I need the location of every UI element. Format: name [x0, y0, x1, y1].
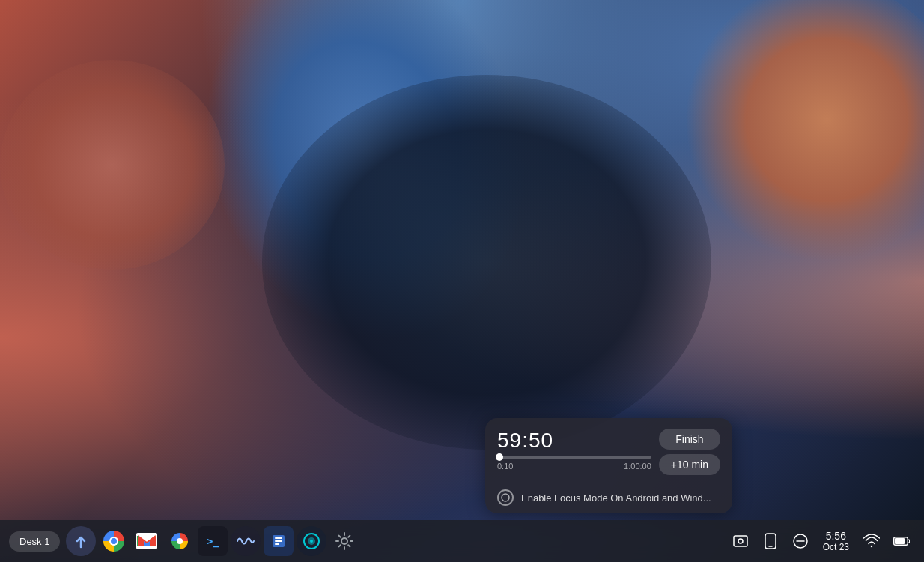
- screen-capture-button[interactable]: [727, 528, 754, 555]
- timer-progress-area: 0:10 1:00:00: [497, 456, 651, 471]
- battery-icon: [893, 536, 910, 546]
- taskbar-gmail-icon[interactable]: [132, 526, 162, 556]
- taskbar-analytics-icon[interactable]: [231, 526, 261, 556]
- svg-rect-4: [275, 537, 282, 539]
- timer-display: 59:50: [497, 429, 651, 453]
- timer-finish-button[interactable]: Finish: [659, 429, 720, 450]
- taskbar: Desk 1: [0, 520, 924, 562]
- settings-gear-icon: [335, 531, 354, 551]
- focus-mode-icon: [497, 489, 514, 506]
- focus-mode-text: Enable Focus Mode On Android and Wind...: [521, 492, 711, 504]
- taskbar-chrome-icon[interactable]: [99, 526, 129, 556]
- system-tray: 5:56 Oct 23: [727, 527, 915, 555]
- launcher-arrow-icon: [73, 533, 89, 549]
- do-not-disturb-icon: [792, 533, 809, 549]
- taskbar-files-icon[interactable]: [264, 526, 294, 556]
- chrome-logo: [103, 531, 124, 552]
- clock-time: 5:56: [826, 530, 846, 542]
- svg-rect-5: [275, 540, 282, 542]
- taskbar-settings-icon[interactable]: [329, 526, 359, 556]
- wallpaper: [0, 0, 924, 562]
- wallpaper-blob-orange: [684, 0, 924, 262]
- svg-point-0: [502, 494, 509, 501]
- svg-point-2: [177, 538, 183, 544]
- wifi-button[interactable]: [858, 528, 885, 555]
- taskbar-launcher-icon[interactable]: [66, 526, 96, 556]
- timer-labels: 0:10 1:00:00: [497, 462, 651, 471]
- timer-progress-bar[interactable]: [497, 456, 651, 459]
- timer-plus10-button[interactable]: +10 min: [659, 454, 720, 475]
- svg-rect-18: [895, 538, 905, 544]
- desk-button[interactable]: Desk 1: [9, 531, 60, 552]
- battery-button[interactable]: [888, 528, 915, 555]
- focus-mode-row[interactable]: Enable Focus Mode On Android and Wind...: [497, 483, 720, 506]
- app2-icon-graphic: [302, 531, 321, 551]
- taskbar-app2-icon[interactable]: [297, 526, 326, 556]
- circle-icon: [501, 493, 510, 502]
- timer-label-end: 1:00:00: [624, 462, 651, 471]
- wallpaper-blob-dark: [262, 75, 711, 450]
- wallpaper-blob-pink: [0, 60, 225, 270]
- timer-label-start: 0:10: [497, 462, 513, 471]
- svg-rect-11: [734, 536, 747, 546]
- clock-date: Oct 23: [823, 542, 849, 552]
- phone-button[interactable]: [757, 528, 784, 555]
- phone-icon: [764, 533, 777, 549]
- svg-point-10: [341, 538, 347, 544]
- screen-capture-icon: [732, 533, 749, 549]
- taskbar-terminal-icon[interactable]: >_: [198, 526, 228, 556]
- svg-point-12: [738, 539, 743, 543]
- photos-logo: [170, 531, 189, 551]
- terminal-symbol: >_: [207, 535, 219, 547]
- timer-buttons: Finish +10 min: [659, 429, 720, 475]
- svg-rect-6: [275, 543, 279, 545]
- wave-icon: [236, 531, 255, 551]
- timer-progress-thumb: [496, 453, 503, 461]
- files-logo: [270, 532, 288, 550]
- wifi-icon: [863, 534, 880, 548]
- taskbar-photos-icon[interactable]: [165, 526, 195, 556]
- svg-point-9: [310, 540, 313, 543]
- gmail-logo: [136, 533, 157, 549]
- do-not-disturb-button[interactable]: [787, 528, 814, 555]
- datetime-display[interactable]: 5:56 Oct 23: [817, 527, 855, 555]
- timer-widget: 59:50 0:10 1:00:00 Finish +10 min Enab: [485, 418, 732, 513]
